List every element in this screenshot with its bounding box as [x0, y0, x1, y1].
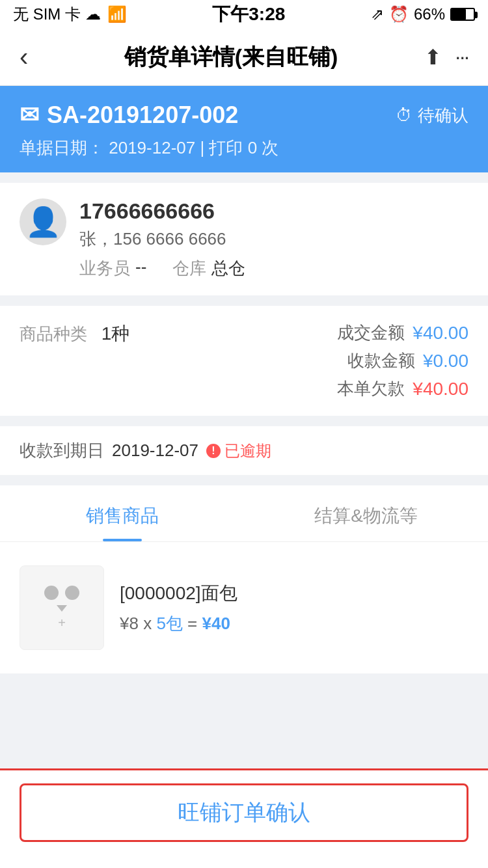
- product-name: [0000002]面包: [120, 581, 468, 606]
- customer-meta: 业务员 -- 仓库 总仓: [79, 257, 468, 280]
- sales-meta: 业务员 --: [79, 257, 146, 280]
- product-type-value: 1种: [102, 323, 130, 344]
- alarm-icon: ⏰: [389, 5, 409, 23]
- order-date-info: 单据日期： 2019-12-07 | 打印 0 次: [20, 137, 468, 159]
- table-row: + [0000002]面包 ¥8 x 5包 = ¥40: [20, 555, 468, 660]
- location-icon: ⇗: [371, 5, 384, 23]
- header-card: ✉ SA-20191207-002 ⏱ 待确认 单据日期： 2019-12-07…: [0, 86, 488, 172]
- price-qty: 5包: [156, 614, 182, 633]
- customer-section: 👤 17666666666 张，156 6666 6666 业务员 -- 仓库 …: [0, 183, 488, 295]
- owl-plus: +: [58, 616, 66, 631]
- battery-percent: 66%: [414, 5, 445, 23]
- owed-amount-value: ¥40.00: [413, 379, 468, 400]
- status-right: ⇗ ⏰ 66%: [371, 5, 475, 23]
- overdue-icon: !: [206, 444, 221, 458]
- product-list: + [0000002]面包 ¥8 x 5包 = ¥40: [0, 542, 488, 673]
- overdue-text: 已逾期: [224, 441, 271, 461]
- tabs-header: 销售商品 结算&物流等: [0, 485, 488, 542]
- battery-icon: [450, 8, 475, 21]
- customer-phone: 17666666666: [79, 198, 468, 224]
- tab-sales[interactable]: 销售商品: [0, 485, 244, 541]
- price-multiply: x: [143, 614, 156, 633]
- owl-beak: [57, 605, 67, 612]
- order-id: ✉ SA-20191207-002: [20, 102, 238, 129]
- warehouse-value: 总仓: [211, 257, 245, 280]
- transaction-amount-label: 成交金额: [337, 321, 405, 344]
- sim-status: 无 SIM 卡 ☁: [13, 4, 101, 25]
- page-title: 销货单详情(来自旺铺): [59, 42, 403, 72]
- tabs-section: 销售商品 结算&物流等 + [0000002]面包 ¥8 x: [0, 485, 488, 673]
- status-time: 下午3:28: [212, 2, 285, 27]
- sales-value: --: [135, 257, 146, 280]
- owed-amount-label: 本单欠款: [337, 377, 405, 400]
- owl-eye-right: [65, 586, 79, 600]
- received-amount-label: 收款金额: [347, 349, 415, 372]
- back-button[interactable]: ‹: [20, 42, 59, 72]
- transaction-amount-row: 成交金额 ¥40.00: [337, 321, 468, 344]
- product-price: ¥8 x 5包 = ¥40: [120, 612, 468, 635]
- transaction-amount-value: ¥40.00: [413, 323, 468, 344]
- avatar-icon: 👤: [25, 205, 61, 239]
- customer-details: 17666666666 张，156 6666 6666 业务员 -- 仓库 总仓: [79, 198, 468, 280]
- product-thumbnail: +: [20, 565, 104, 650]
- amount-summary: 成交金额 ¥40.00 收款金额 ¥0.00 本单欠款 ¥40.00: [337, 321, 468, 400]
- product-type-label: 商品种类: [20, 324, 87, 344]
- status-left: 无 SIM 卡 ☁ 📶: [13, 4, 127, 25]
- share-icon[interactable]: ⬆: [424, 45, 442, 70]
- received-amount-value: ¥0.00: [423, 351, 468, 372]
- status-bar: 无 SIM 卡 ☁ 📶 下午3:28 ⇗ ⏰ 66%: [0, 0, 488, 29]
- sales-label: 业务员: [79, 257, 130, 280]
- due-date-label: 收款到期日: [20, 439, 104, 462]
- warehouse-label: 仓库: [172, 257, 206, 280]
- tab-settlement[interactable]: 结算&物流等: [244, 485, 488, 541]
- order-icon: ✉: [20, 102, 39, 129]
- confirm-button[interactable]: 旺铺订单确认: [20, 783, 468, 842]
- price-unit: ¥8: [120, 614, 139, 633]
- wifi-icon: 📶: [107, 5, 127, 23]
- more-icon[interactable]: ···: [455, 45, 468, 69]
- due-date-section: 收款到期日 2019-12-07 ! 已逾期: [0, 426, 488, 475]
- product-info: [0000002]面包 ¥8 x 5包 = ¥40: [120, 581, 468, 635]
- product-type-info: 商品种类 1种: [20, 321, 129, 346]
- bottom-bar: 旺铺订单确认: [0, 768, 488, 868]
- nav-actions: ⬆ ···: [403, 45, 468, 70]
- price-equals: =: [187, 614, 202, 633]
- nav-bar: ‹ 销货单详情(来自旺铺) ⬆ ···: [0, 29, 488, 86]
- customer-name: 张，156 6666 6666: [79, 228, 468, 251]
- status-badge: ⏱ 待确认: [396, 104, 468, 127]
- summary-section: 商品种类 1种 成交金额 ¥40.00 收款金额 ¥0.00 本单欠款 ¥40.…: [0, 306, 488, 416]
- due-date-value: 2019-12-07: [112, 441, 198, 461]
- warehouse-meta: 仓库 总仓: [172, 257, 245, 280]
- owl-eyes: [44, 586, 79, 600]
- product-logo: +: [44, 586, 79, 631]
- avatar: 👤: [20, 198, 66, 245]
- status-clock-icon: ⏱: [396, 105, 413, 126]
- owed-amount-row: 本单欠款 ¥40.00: [337, 377, 468, 400]
- received-amount-row: 收款金额 ¥0.00: [347, 349, 468, 372]
- price-total: ¥40: [202, 614, 230, 633]
- overdue-badge: ! 已逾期: [206, 441, 271, 461]
- owl-eye-left: [44, 586, 59, 600]
